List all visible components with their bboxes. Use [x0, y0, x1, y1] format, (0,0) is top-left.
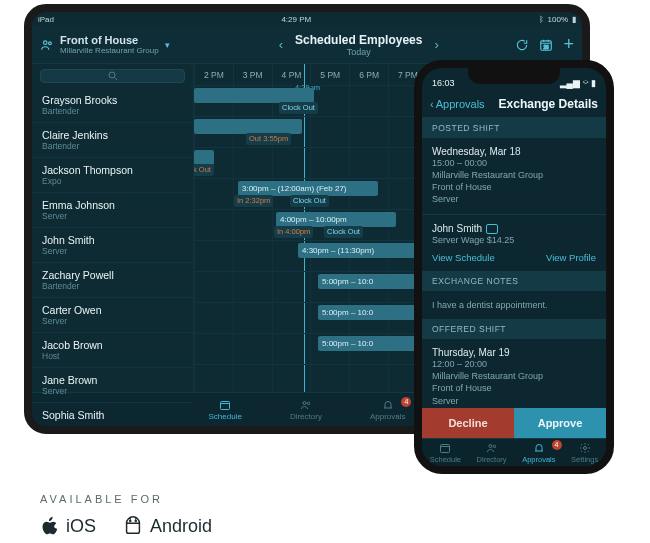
people-icon	[486, 442, 498, 454]
calendar-icon[interactable]: 26	[539, 38, 553, 52]
employee-row[interactable]: Zachary PowellBartender	[32, 263, 193, 298]
shift-bar[interactable]	[194, 88, 314, 103]
add-button[interactable]: +	[563, 34, 574, 55]
available-for-label: AVAILABLE FOR	[40, 493, 212, 505]
shift-tag: k Out	[194, 164, 214, 176]
employee-row[interactable]: Jacob BrownHost	[32, 333, 193, 368]
svg-point-13	[135, 520, 136, 521]
shift-bar[interactable]	[194, 119, 302, 134]
tab-approvals[interactable]: Approvals 4	[522, 442, 555, 464]
shift-tag: Clock Out	[290, 195, 329, 207]
employee-list: Grayson BrooksBartender Claire JenkinsBa…	[32, 64, 194, 392]
status-time: 16:03	[432, 78, 455, 88]
calendar-icon	[439, 442, 451, 454]
approvals-badge: 4	[401, 397, 411, 407]
section-exchange-notes: EXCHANGE NOTES	[422, 271, 606, 291]
exchange-notes: I have a dentist appointment.	[432, 299, 596, 311]
tab-approvals[interactable]: Approvals 4	[370, 399, 406, 421]
refresh-icon[interactable]	[515, 38, 529, 52]
shift-bar[interactable]: 4:30pm – (11:30pm)	[298, 243, 428, 258]
svg-point-6	[303, 401, 306, 404]
svg-point-12	[130, 520, 131, 521]
posted-shift-detail: Wednesday, Mar 18 15:00 – 00:00 Millarvi…	[422, 138, 606, 214]
android-icon	[122, 515, 144, 537]
svg-point-11	[583, 446, 586, 449]
ipad-header: Front of House Millarville Restaurant Gr…	[32, 26, 582, 64]
shift-tag: Clock Out	[324, 226, 363, 238]
shift-bar[interactable]: 3:00pm – (12:00am) (Feb 27)	[238, 181, 378, 196]
location-sub: Millarville Restaurant Group	[60, 46, 159, 55]
action-buttons: Decline Approve Schedule Directory Appro…	[422, 408, 606, 466]
gear-icon	[579, 442, 591, 454]
employee-row[interactable]: Jackson ThompsonExpo	[32, 158, 193, 193]
svg-point-4	[109, 72, 115, 78]
tab-directory[interactable]: Directory	[290, 399, 322, 421]
shift-tag: Clock Out	[279, 102, 318, 114]
offered-shift-detail: Thursday, Mar 19 12:00 – 20:00 Millarvil…	[422, 339, 606, 408]
shift-tag: In 2:32pm	[234, 195, 273, 207]
iphone-device: 16:03 ▂▄▆ ⌔ ▮ ‹ Approvals Exchange Detai…	[414, 60, 614, 474]
iphone-header: ‹ Approvals Exchange Details	[422, 90, 606, 118]
signal-icon: ▂▄▆	[560, 78, 580, 88]
device-label: iPad	[38, 15, 54, 24]
notch	[468, 68, 560, 84]
bell-icon	[533, 442, 545, 454]
section-offered-shift: OFFERED SHIFT	[422, 319, 606, 339]
shift-tag: Out 3:55pm	[246, 133, 291, 145]
ios-platform: iOS	[40, 515, 96, 537]
chevron-left-icon: ‹	[430, 98, 434, 110]
svg-rect-8	[441, 444, 450, 452]
prev-day-button[interactable]: ‹	[279, 37, 283, 52]
approve-button[interactable]: Approve	[514, 408, 606, 438]
employee-row[interactable]: Jane BrownServer	[32, 368, 193, 403]
svg-point-9	[489, 444, 492, 447]
employee-row[interactable]: John SmithServer	[32, 228, 193, 263]
posted-shift-person: John Smith Server Wage $14.25 View Sched…	[422, 215, 606, 272]
shift-tag: In 4:00pm	[274, 226, 313, 238]
svg-point-7	[307, 402, 309, 404]
employee-row[interactable]: Carter OwenServer	[32, 298, 193, 333]
employee-row[interactable]: Grayson BrooksBartender	[32, 88, 193, 123]
calendar-icon	[219, 399, 231, 411]
search-icon	[107, 70, 119, 82]
svg-point-10	[493, 445, 495, 447]
chat-icon[interactable]	[486, 224, 498, 234]
status-time: 4:29 PM	[281, 15, 311, 24]
svg-point-0	[44, 40, 48, 44]
people-icon	[300, 399, 312, 411]
header-title: Scheduled Employees	[295, 33, 422, 47]
svg-rect-5	[221, 401, 230, 409]
decline-button[interactable]: Decline	[422, 408, 514, 438]
approvals-badge: 4	[552, 440, 562, 450]
tab-settings[interactable]: Settings	[571, 442, 598, 464]
view-schedule-link[interactable]: View Schedule	[432, 252, 495, 263]
ipad-status-bar: iPad 4:29 PM ᛒ 100% ▮	[32, 12, 582, 26]
chevron-down-icon: ▾	[165, 40, 170, 50]
bluetooth-icon: ᛒ	[539, 15, 544, 24]
svg-text:26: 26	[544, 44, 550, 49]
tab-schedule[interactable]: Schedule	[209, 399, 242, 421]
date-picker[interactable]: Scheduled Employees Today	[295, 33, 422, 57]
apple-icon	[40, 515, 60, 537]
back-button[interactable]: ‹ Approvals	[430, 98, 485, 110]
tab-schedule[interactable]: Schedule	[430, 442, 461, 464]
screen-title: Exchange Details	[499, 97, 598, 111]
battery-icon: ▮	[572, 15, 576, 24]
availability-footer: AVAILABLE FOR iOS Android	[40, 493, 212, 537]
view-profile-link[interactable]: View Profile	[546, 252, 596, 263]
next-day-button[interactable]: ›	[434, 37, 438, 52]
header-subtitle: Today	[295, 47, 422, 57]
location-name: Front of House	[60, 34, 159, 46]
shift-bar[interactable]	[194, 150, 214, 165]
shift-bar[interactable]: 4:00pm – 10:00pm	[276, 212, 396, 227]
employee-row[interactable]: Sophia Smith	[32, 403, 193, 428]
iphone-body[interactable]: POSTED SHIFT Wednesday, Mar 18 15:00 – 0…	[422, 118, 606, 408]
battery-icon: ▮	[591, 78, 596, 88]
location-picker[interactable]: Front of House Millarville Restaurant Gr…	[40, 34, 202, 55]
section-posted-shift: POSTED SHIFT	[422, 118, 606, 138]
android-platform: Android	[122, 515, 212, 537]
tab-directory[interactable]: Directory	[477, 442, 507, 464]
employee-row[interactable]: Claire JenkinsBartender	[32, 123, 193, 158]
employee-row[interactable]: Emma JohnsonServer	[32, 193, 193, 228]
search-input[interactable]	[40, 69, 185, 83]
